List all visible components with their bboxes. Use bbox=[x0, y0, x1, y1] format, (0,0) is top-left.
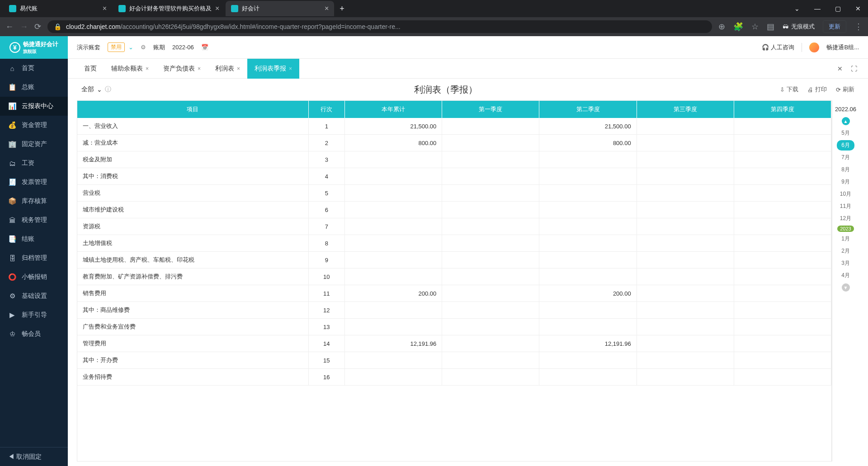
reading-list-icon[interactable]: ▤ bbox=[767, 22, 774, 32]
close-icon[interactable]: × bbox=[215, 5, 219, 13]
month-item[interactable]: 1月 bbox=[832, 233, 859, 245]
sidebar-item[interactable]: ⚙ 基础设置 bbox=[0, 287, 68, 306]
month-item[interactable]: 5月 bbox=[832, 127, 859, 139]
page-tab[interactable]: 利润表× bbox=[208, 59, 247, 79]
table-row[interactable]: 其中：消费税 4 bbox=[77, 168, 831, 185]
zoom-icon[interactable]: ⊕ bbox=[718, 22, 725, 32]
table-row[interactable]: 营业税 5 bbox=[77, 185, 831, 202]
close-icon[interactable]: × bbox=[237, 66, 240, 72]
month-item[interactable]: 12月 bbox=[832, 212, 859, 225]
cell-item: 营业税 bbox=[77, 185, 308, 202]
close-window-button[interactable]: ✕ bbox=[848, 1, 868, 16]
close-icon[interactable]: × bbox=[325, 5, 329, 13]
sidebar-item[interactable]: 💰 资金管理 bbox=[0, 116, 68, 135]
sidebar-item[interactable]: 🧾 发票管理 bbox=[0, 173, 68, 192]
reload-button[interactable]: ⟳ bbox=[34, 22, 41, 32]
close-all-tabs-icon[interactable]: ✕ bbox=[835, 63, 844, 74]
table-row[interactable]: 税金及附加 3 bbox=[77, 151, 831, 168]
table-row[interactable]: 其中：商品维修费 12 bbox=[77, 302, 831, 319]
table-row[interactable]: 资源税 7 bbox=[77, 218, 831, 235]
month-item[interactable]: 10月 bbox=[832, 188, 859, 200]
close-icon[interactable]: × bbox=[146, 66, 149, 72]
browser-tab[interactable]: 好会计 × bbox=[226, 1, 334, 16]
sidebar-item[interactable]: 📦 库存核算 bbox=[0, 192, 68, 211]
update-button[interactable]: 更新 bbox=[823, 20, 846, 33]
sidebar-item[interactable]: 📑 结账 bbox=[0, 230, 68, 249]
page-tab[interactable]: 资产负债表× bbox=[156, 59, 208, 79]
table-row[interactable]: 减：营业成本 2 800.00 800.00 bbox=[77, 135, 831, 151]
sidebar-item[interactable]: ♔ 畅会员 bbox=[0, 325, 68, 344]
cell-item: 其中：商品维修费 bbox=[77, 302, 308, 319]
table-row[interactable]: 一、营业收入 1 21,500.00 21,500.00 bbox=[77, 118, 831, 135]
refresh-button[interactable]: ⟳刷新 bbox=[836, 85, 854, 94]
month-item[interactable]: 6月 bbox=[837, 140, 854, 151]
cell-q4 bbox=[734, 285, 831, 302]
new-tab-button[interactable]: + bbox=[335, 2, 349, 15]
bookmark-icon[interactable]: ☆ bbox=[751, 22, 759, 32]
lock-icon: 🔒 bbox=[54, 23, 61, 30]
table-row[interactable]: 城市维护建设税 6 bbox=[77, 202, 831, 218]
table-row[interactable]: 业务招待费 16 bbox=[77, 369, 831, 386]
month-item[interactable]: 8月 bbox=[832, 164, 859, 176]
avatar[interactable] bbox=[809, 42, 819, 52]
sidebar-item[interactable]: 🗄 归档管理 bbox=[0, 249, 68, 268]
table-row[interactable]: 销售费用 11 200.00 200.00 bbox=[77, 285, 831, 302]
table-row[interactable]: 城镇土地使用税、房产税、车船税、印花税 9 bbox=[77, 252, 831, 268]
sidebar-item[interactable]: 🗂 工资 bbox=[0, 154, 68, 173]
consult-link[interactable]: 🎧 人工咨询 bbox=[762, 43, 794, 52]
filter-dropdown[interactable]: 全部 ⌄ ⓘ bbox=[81, 85, 111, 94]
browser-tab[interactable]: 易代账 × bbox=[4, 1, 112, 16]
sidebar-item[interactable]: ⭕ 小畅报销 bbox=[0, 268, 68, 287]
month-item[interactable]: 3月 bbox=[832, 257, 859, 269]
sidebar-item[interactable]: 🏛 税务管理 bbox=[0, 211, 68, 230]
print-button[interactable]: 🖨打印 bbox=[807, 85, 827, 94]
scroll-up-button[interactable]: ▲ bbox=[842, 117, 850, 125]
download-button[interactable]: ⇩下载 bbox=[780, 85, 798, 94]
page-tab[interactable]: 辅助余额表× bbox=[104, 59, 156, 79]
sidebar-item[interactable]: ⌂ 首页 bbox=[0, 59, 68, 78]
sidebar-item[interactable]: 📋 总账 bbox=[0, 78, 68, 97]
gear-icon[interactable]: ⚙ bbox=[141, 44, 146, 51]
month-item[interactable]: 4月 bbox=[832, 269, 859, 282]
month-item[interactable]: 11月 bbox=[832, 200, 859, 212]
forward-button[interactable]: → bbox=[20, 22, 28, 32]
menu-icon[interactable]: ⋮ bbox=[854, 22, 863, 32]
month-item[interactable]: 9月 bbox=[832, 176, 859, 188]
table-row[interactable]: 土地增值税 8 bbox=[77, 235, 831, 252]
window-caret-icon[interactable]: ⌄ bbox=[787, 1, 807, 16]
close-icon[interactable]: × bbox=[198, 66, 201, 72]
back-button[interactable]: ← bbox=[5, 22, 14, 32]
page-tab[interactable]: 利润表季报× bbox=[247, 59, 299, 79]
report-table-container[interactable]: 项目行次本年累计第一季度第二季度第三季度第四季度 一、营业收入 1 21,500… bbox=[77, 100, 832, 461]
url-bar[interactable]: 🔒 cloud2.chanjet.com/accounting/uh26t264… bbox=[47, 20, 712, 33]
page-tab[interactable]: 首页 bbox=[77, 59, 104, 79]
browser-tab[interactable]: 好会计财务管理软件购买价格及 × bbox=[113, 1, 225, 16]
minimize-button[interactable]: ― bbox=[807, 1, 828, 16]
month-item[interactable]: 2月 bbox=[832, 245, 859, 257]
help-icon[interactable]: ⓘ bbox=[105, 85, 111, 94]
table-row[interactable]: 教育费附加、矿产资源补偿费、排污费 10 bbox=[77, 268, 831, 285]
scroll-down-button[interactable]: ▼ bbox=[842, 283, 850, 292]
table-row[interactable]: 管理费用 14 12,191.96 12,191.96 bbox=[77, 335, 831, 352]
fullscreen-icon[interactable]: ⛶ bbox=[849, 63, 859, 74]
chevron-down-icon[interactable]: ⌄ bbox=[128, 44, 133, 51]
sidebar-item[interactable]: 🏢 固定资产 bbox=[0, 135, 68, 154]
maximize-button[interactable]: ▢ bbox=[828, 1, 848, 16]
cell-ytd bbox=[345, 352, 442, 369]
table-row[interactable]: 广告费和业务宣传费 13 bbox=[77, 319, 831, 335]
close-icon[interactable]: × bbox=[289, 66, 292, 72]
extension-icon[interactable]: 🧩 bbox=[733, 22, 743, 32]
username[interactable]: 畅捷通B组... bbox=[826, 43, 859, 52]
calendar-icon[interactable]: 📅 bbox=[201, 44, 208, 51]
cell-ytd bbox=[345, 235, 442, 252]
sidebar-item[interactable]: 📊 云报表中心 bbox=[0, 97, 68, 116]
close-icon[interactable]: × bbox=[103, 5, 107, 13]
table-row[interactable]: 其中：开办费 15 bbox=[77, 352, 831, 369]
sidebar-item[interactable]: ▶ 新手引导 bbox=[0, 306, 68, 325]
logo[interactable]: ¥ 畅捷通好会计 旗舰版 bbox=[0, 36, 68, 59]
period-value[interactable]: 2022-06 bbox=[172, 44, 194, 51]
sidebar-unpin[interactable]: ◀ 取消固定 bbox=[0, 447, 68, 466]
cell-q1 bbox=[442, 302, 539, 319]
month-item[interactable]: 7月 bbox=[832, 151, 859, 164]
account-set[interactable]: 演示账套 bbox=[77, 43, 100, 52]
